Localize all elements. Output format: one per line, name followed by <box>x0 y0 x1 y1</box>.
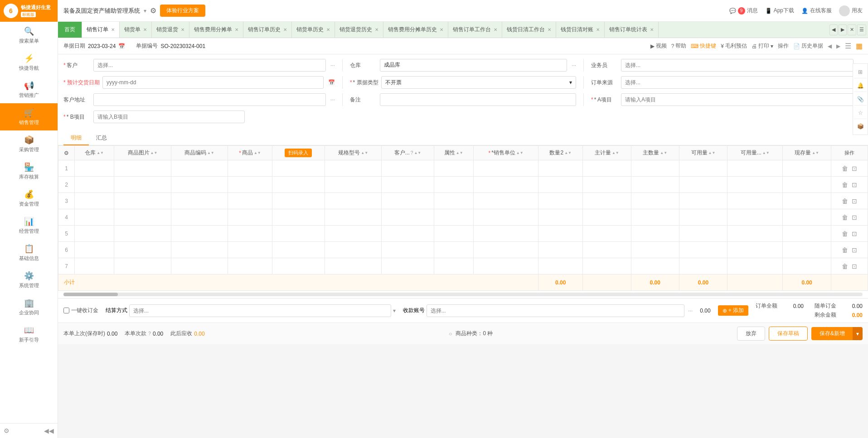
row-1-warehouse[interactable] <box>75 160 114 177</box>
app-download-area[interactable]: 📱 App下载 <box>765 7 794 14</box>
tab-home[interactable]: 首页 <box>58 22 82 38</box>
row-7-copy-btn[interactable]: ⊡ <box>851 262 858 271</box>
settlement-input[interactable] <box>129 304 391 317</box>
row-2-available2[interactable] <box>727 177 783 193</box>
row-1-product[interactable] <box>228 160 272 177</box>
sidebar-item-base-info[interactable]: 📋 基础信息 <box>0 239 58 266</box>
th-warehouse[interactable]: 仓库▲▼ <box>75 146 114 160</box>
invoice-select[interactable]: 不开票 ▾ <box>381 76 576 89</box>
address-more-icon[interactable]: ··· <box>330 96 335 103</box>
right-panel-icon-3[interactable]: 📎 <box>854 93 867 106</box>
print-action[interactable]: 🖨 打印 ▾ <box>752 42 773 50</box>
th-main-qty[interactable]: 主数量▲▼ <box>631 146 679 160</box>
th-product-code[interactable]: 商品编码▲▼ <box>171 146 228 160</box>
delivery-calendar-icon[interactable]: 📅 <box>328 79 335 86</box>
row-2-delete-btn[interactable]: 🗑 <box>841 180 849 189</box>
tab-sales-order-close-icon[interactable]: ✕ <box>111 27 115 32</box>
row-1-attributes[interactable] <box>434 160 473 177</box>
sidebar-item-inventory[interactable]: 🏪 库存核算 <box>0 158 58 185</box>
order-source-input[interactable] <box>621 76 857 89</box>
row-6-delete-btn[interactable]: 🗑 <box>841 245 849 255</box>
row-2-warehouse[interactable] <box>75 177 114 193</box>
user-area[interactable]: 用友 <box>839 5 863 16</box>
detail-tab-detail[interactable]: 明细 <box>63 131 89 145</box>
row-2-spec[interactable] <box>325 177 382 193</box>
row-4-copy-btn[interactable]: ⊡ <box>851 213 858 222</box>
scrollbar-thumb[interactable] <box>63 293 118 296</box>
right-panel-icon-4[interactable]: ☆ <box>854 106 867 119</box>
right-panel-icon-1[interactable]: ⊞ <box>854 66 867 78</box>
solution-btn[interactable]: 体验行业方案 <box>160 5 205 17</box>
nav-next-icon[interactable]: ▶ <box>836 43 840 49</box>
address-input[interactable] <box>93 93 326 106</box>
row-2-product-img[interactable] <box>114 177 171 193</box>
th-customer-code[interactable]: 客户...?▲▼ <box>382 146 434 160</box>
tab-order-history[interactable]: 销售订单历史 ✕ <box>243 22 292 38</box>
tab-next-btn[interactable]: ▶ <box>839 24 847 35</box>
tab-invoice-history[interactable]: 销货单历史 ✕ <box>292 22 335 38</box>
nav-prev-icon[interactable]: ◀ <box>828 43 832 49</box>
online-service-area[interactable]: 👤 在线客服 <box>801 7 832 14</box>
tab-daily-clear[interactable]: 钱货日清工作台 ✕ <box>502 22 556 38</box>
row-6-copy-btn[interactable]: ⊡ <box>851 245 858 255</box>
topbar-dropdown-icon[interactable]: ▾ <box>144 8 146 14</box>
tab-sales-invoice[interactable]: 销货单 ✕ <box>120 22 152 38</box>
row-1-current-qty[interactable] <box>783 160 831 177</box>
row-3-copy-btn[interactable]: ⊡ <box>851 197 858 206</box>
view-action[interactable]: ▶ 视频 <box>650 42 667 50</box>
right-panel-icon-5[interactable]: 📦 <box>854 120 867 133</box>
scan-btn[interactable]: 扫码录入 <box>285 149 312 157</box>
th-attributes[interactable]: 属性▲▼ <box>434 146 473 160</box>
sidebar-item-sys-mgmt[interactable]: ⚙️ 系统管理 <box>0 266 58 294</box>
row-3-delete-btn[interactable]: 🗑 <box>841 197 849 206</box>
sidebar-item-guide[interactable]: 📖 新手引导 <box>0 321 58 348</box>
save-new-arrow-btn[interactable]: ▾ <box>853 327 863 340</box>
help-action[interactable]: ? 帮助 <box>671 42 687 50</box>
account-input[interactable] <box>427 304 685 317</box>
row-2-product[interactable] <box>228 177 272 193</box>
sidebar-item-purchase[interactable]: 📦 采购管理 <box>0 130 58 158</box>
sidebar-item-enterprise[interactable]: 🏢 企业协同 <box>0 294 58 321</box>
tab-fee-split-close-icon[interactable]: ✕ <box>235 27 238 32</box>
topbar-settings-icon[interactable]: ⚙ <box>150 6 156 15</box>
profit-action[interactable]: ¥ 毛利预估 <box>721 42 747 50</box>
row-2-sales-unit[interactable] <box>473 177 538 193</box>
tab-menu-btn[interactable]: ☰ <box>857 24 866 35</box>
row-2-copy-btn[interactable]: ⊡ <box>851 180 858 189</box>
tab-daily-reconcile-close-icon[interactable]: ✕ <box>596 27 600 32</box>
row-2-product-code[interactable] <box>171 177 228 193</box>
tab-order-workbench-close-icon[interactable]: ✕ <box>494 27 497 32</box>
th-product[interactable]: *商品▲▼ <box>228 146 272 160</box>
detail-tab-summary[interactable]: 汇总 <box>89 131 114 145</box>
row-1-main-unit[interactable] <box>583 160 631 177</box>
tab-sales-order[interactable]: 销售订单 ✕ <box>82 22 120 38</box>
row-1-spec[interactable] <box>325 160 382 177</box>
b-project-input[interactable] <box>93 111 245 123</box>
tab-daily-clear-close-icon[interactable]: ✕ <box>548 27 551 32</box>
save-draft-btn[interactable]: 保存草稿 <box>769 327 808 341</box>
sidebar-item-operations[interactable]: 📊 经营管理 <box>0 212 58 239</box>
th-settings[interactable]: ⚙ <box>58 146 75 160</box>
row-1-main-qty[interactable] <box>631 160 679 177</box>
one-click-checkbox[interactable] <box>63 308 69 313</box>
row-5-copy-btn[interactable]: ⊡ <box>851 229 858 238</box>
account-more-icon[interactable]: ··· <box>688 308 693 314</box>
msg-icon-area[interactable]: 💬 9 消息 <box>729 7 758 14</box>
row-1-sales-unit[interactable] <box>473 160 538 177</box>
row-1-copy-btn[interactable]: ⊡ <box>851 164 858 173</box>
tab-sales-invoice-close-icon[interactable]: ✕ <box>143 27 147 32</box>
tab-order-history-close-icon[interactable]: ✕ <box>283 27 287 32</box>
tab-order-stats-close-icon[interactable]: ✕ <box>650 27 654 32</box>
sidebar-item-finance[interactable]: 💰 资金管理 <box>0 185 58 212</box>
save-new-btn[interactable]: 保存&新增 <box>811 327 853 340</box>
operate-action[interactable]: 操作 <box>778 42 789 50</box>
tab-sales-return-close-icon[interactable]: ✕ <box>181 27 184 32</box>
th-available2[interactable]: 可用量...▲▼ <box>727 146 783 160</box>
history-action[interactable]: 📄 历史单据 <box>793 42 823 50</box>
row-2-qty2[interactable] <box>538 177 583 193</box>
row-1-product-code[interactable] <box>171 160 228 177</box>
row-7-delete-btn[interactable]: 🗑 <box>841 262 849 271</box>
sidebar-item-quick-nav[interactable]: ⚡ 快捷导航 <box>0 49 58 76</box>
tab-fee-split[interactable]: 销售费用分摊单 ✕ <box>189 22 243 38</box>
row-2-main-unit[interactable] <box>583 177 631 193</box>
